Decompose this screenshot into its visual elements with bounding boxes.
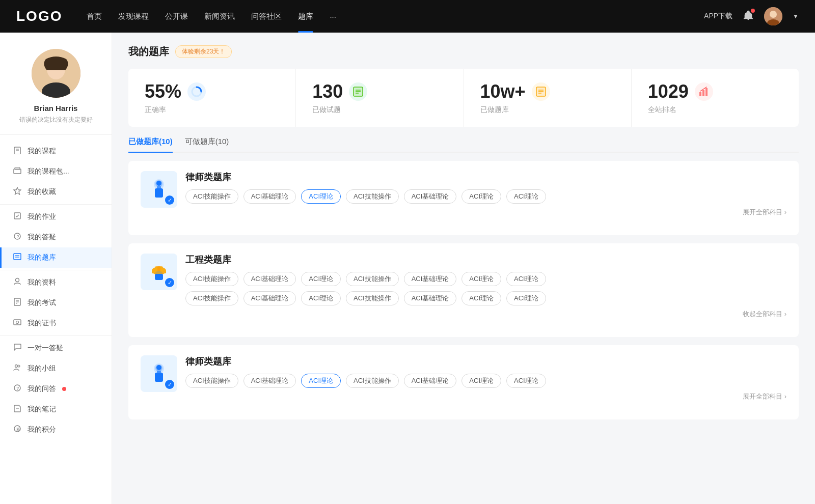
sidebar-item-my-course[interactable]: 我的课程	[0, 141, 112, 161]
sidebar: Brian Harris 错误的决定比没有决定要好 我的课程 我的课程包...	[0, 33, 112, 504]
sidebar-item-qbank[interactable]: 我的题库	[0, 247, 112, 268]
stat-done-banks: 10w+ 已做题库	[464, 69, 632, 127]
qbank-name-lawyer2: 律师类题库	[185, 355, 786, 368]
stat-accuracy: 55% 正确率	[128, 69, 296, 127]
points-icon: 积	[12, 425, 22, 435]
sidebar-avatar-image	[32, 49, 80, 98]
sidebar-item-course-package[interactable]: 我的课程包...	[0, 161, 112, 182]
navbar: LOGO 首页 发现课程 公开课 新闻资讯 问答社区 题库 ··· APP下载	[0, 0, 815, 33]
sidebar-item-exam[interactable]: 我的考试	[0, 293, 112, 313]
svg-rect-56	[157, 266, 160, 271]
svg-rect-15	[14, 254, 21, 260]
tag[interactable]: ACI理论	[506, 291, 546, 305]
tag[interactable]: ACI技能操作	[185, 291, 238, 305]
qa-badge	[62, 387, 66, 391]
tag[interactable]: ACI理论	[461, 291, 501, 305]
stat-rank: 1029 全站排名	[632, 69, 799, 127]
qbank-card-lawyer2: ✓ 律师类题库 ACI技能操作 ACI基础理论 ACI理论 ACI技能操作 AC…	[128, 345, 799, 419]
sidebar-item-homework[interactable]: 我的作业	[0, 207, 112, 227]
nav-open-course[interactable]: 公开课	[165, 12, 188, 21]
tag[interactable]: ACI基础理论	[404, 374, 457, 388]
svg-text:?: ?	[17, 234, 19, 239]
tab-row: 已做题库(10) 可做题库(10)	[128, 137, 799, 153]
sidebar-label: 我的积分	[28, 425, 56, 434]
question-icon: ?	[12, 232, 22, 242]
svg-point-48	[156, 181, 161, 186]
tag[interactable]: ACI理论	[506, 189, 546, 204]
check-badge: ✓	[165, 195, 174, 205]
tab-available-banks[interactable]: 可做题库(10)	[185, 137, 229, 152]
sidebar-label: 我的答疑	[28, 233, 56, 242]
tag[interactable]: ACI基础理论	[243, 272, 296, 286]
sidebar-item-my-qa[interactable]: ? 我的问答	[0, 379, 112, 399]
tag[interactable]: ACI技能操作	[346, 374, 399, 388]
user-avatar[interactable]	[764, 7, 782, 25]
check-badge: ✓	[165, 380, 174, 389]
trial-badge: 体验剩余23天！	[175, 45, 232, 58]
tag[interactable]: ACI基础理论	[404, 272, 457, 286]
sidebar-avatar	[32, 49, 80, 98]
sidebar-item-one-on-one[interactable]: 一对一答疑	[0, 338, 112, 358]
tag[interactable]: ACI理论	[461, 374, 501, 388]
user-menu-chevron[interactable]: ▼	[793, 13, 799, 20]
svg-point-1	[770, 11, 777, 18]
nav-discover[interactable]: 发现课程	[118, 12, 149, 21]
tag[interactable]: ACI理论	[506, 272, 546, 286]
tag-active[interactable]: ACI理论	[301, 374, 341, 388]
nav-more[interactable]: ···	[330, 12, 336, 21]
tag[interactable]: ACI基础理论	[243, 291, 296, 305]
svg-rect-61	[157, 371, 161, 375]
tag[interactable]: ACI技能操作	[185, 374, 238, 388]
qbank-icon-lawyer1: ✓	[141, 171, 177, 208]
sidebar-item-notes[interactable]: 我的笔记	[0, 399, 112, 419]
tag[interactable]: ACI基础理论	[243, 189, 296, 204]
avatar-image	[764, 7, 782, 25]
stat-done-label: 已做试题	[312, 105, 447, 115]
tag[interactable]: ACI技能操作	[185, 272, 238, 286]
tag[interactable]: ACI技能操作	[346, 189, 399, 204]
tag[interactable]: ACI理论	[506, 374, 546, 388]
tag-active[interactable]: ACI理论	[301, 189, 341, 204]
tag[interactable]: ACI理论	[301, 272, 341, 286]
nav-qbank[interactable]: 题库	[298, 12, 313, 21]
stat-banks-label: 已做题库	[480, 105, 615, 115]
sidebar-item-certificate[interactable]: 我的证书	[0, 313, 112, 333]
qbank-icon	[12, 253, 22, 263]
tab-done-banks[interactable]: 已做题库(10)	[128, 137, 173, 152]
collapse-button-engineer[interactable]: 收起全部科目 ›	[185, 310, 786, 319]
qbank-name-engineer: 工程类题库	[185, 254, 786, 266]
tag[interactable]: ACI技能操作	[346, 272, 399, 286]
app-download-button[interactable]: APP下载	[704, 12, 732, 21]
accuracy-icon	[187, 82, 206, 101]
sidebar-item-profile[interactable]: 我的资料	[0, 272, 112, 293]
rank-icon	[695, 82, 713, 101]
svg-text:积: 积	[16, 427, 20, 432]
qbank-tags-lawyer2: ACI技能操作 ACI基础理论 ACI理论 ACI技能操作 ACI基础理论 AC…	[185, 374, 786, 388]
tag[interactable]: ACI技能操作	[185, 189, 238, 204]
sidebar-item-points[interactable]: 积 我的积分	[0, 419, 112, 440]
sidebar-label: 我的题库	[28, 253, 56, 262]
tag[interactable]: ACI理论	[301, 291, 341, 305]
stat-done-value: 130	[312, 81, 343, 102]
navbar-right: APP下载 ▼	[704, 7, 799, 25]
sidebar-item-favorites[interactable]: 我的收藏	[0, 182, 112, 202]
notification-bell[interactable]	[743, 10, 754, 23]
sidebar-label: 我的笔记	[28, 405, 56, 414]
nav-news[interactable]: 新闻资讯	[204, 12, 235, 21]
tag[interactable]: ACI基础理论	[404, 291, 457, 305]
page-header: 我的题库 体验剩余23天！	[128, 45, 799, 59]
sidebar-item-group[interactable]: 我的小组	[0, 358, 112, 379]
qbank-icon-engineer: ✓	[141, 254, 177, 290]
expand-button-lawyer2[interactable]: 展开全部科目 ›	[185, 392, 786, 401]
tag[interactable]: ACI理论	[461, 272, 501, 286]
nav-qa[interactable]: 问答社区	[251, 12, 282, 21]
tag[interactable]: ACI基础理论	[243, 374, 296, 388]
sidebar-item-questions[interactable]: ? 我的答疑	[0, 227, 112, 247]
sidebar-label: 我的收藏	[28, 187, 56, 197]
tag[interactable]: ACI基础理论	[404, 189, 457, 204]
tag[interactable]: ACI理论	[461, 189, 501, 204]
done-questions-icon	[349, 82, 367, 101]
tag[interactable]: ACI技能操作	[346, 291, 399, 305]
nav-home[interactable]: 首页	[87, 12, 102, 21]
expand-button-lawyer1[interactable]: 展开全部科目 ›	[185, 208, 786, 217]
